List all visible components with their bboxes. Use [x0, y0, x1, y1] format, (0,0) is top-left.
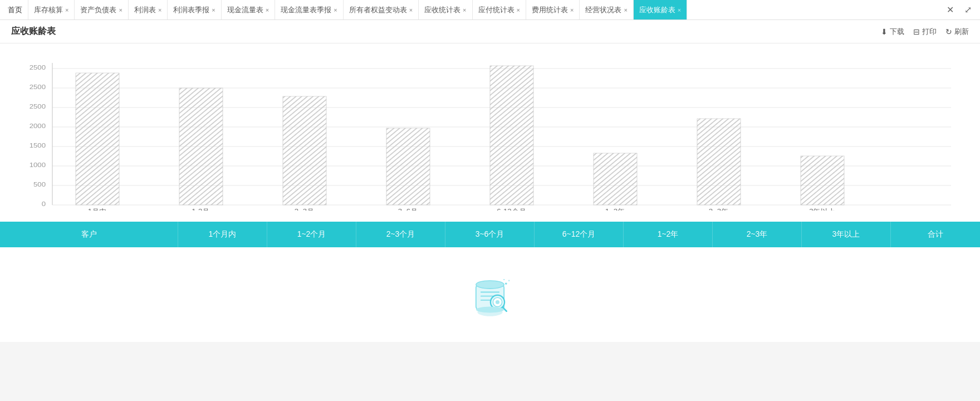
- table-header-cell-1: 1个月内: [178, 222, 267, 247]
- tab-label-cashflow: 现金流量表: [227, 5, 263, 15]
- tab-close-receivable-stat[interactable]: ×: [463, 7, 466, 13]
- tab-label-receivable-stat: 应收统计表: [424, 5, 460, 15]
- tab-item-receivable-stat[interactable]: 应收统计表×: [419, 0, 472, 20]
- tab-item-equity[interactable]: 所有者权益变动表×: [344, 0, 419, 20]
- svg-point-49: [503, 279, 504, 280]
- header-actions: ⬇ 下载 ⊟ 打印 ↻ 刷新: [881, 27, 969, 37]
- chart-svg: 0 500 1000 1500 2000 2500 2500 2500: [22, 55, 958, 211]
- tab-close-operation[interactable]: ×: [624, 7, 627, 13]
- tab-label-operation: 经营状况表: [585, 5, 621, 15]
- svg-text:3年以上: 3年以上: [809, 208, 835, 211]
- table-header-cell-8: 3年以上: [802, 222, 891, 247]
- svg-text:2000: 2000: [30, 123, 46, 130]
- print-label: 打印: [922, 27, 937, 37]
- maximize-button[interactable]: ⤢: [960, 2, 976, 18]
- tab-close-cashflow[interactable]: ×: [266, 7, 269, 13]
- tab-label-equity: 所有者权益变动表: [349, 5, 407, 15]
- table-header-cell-6: 1~2年: [624, 222, 713, 247]
- svg-point-48: [508, 280, 510, 281]
- tab-close-inventory[interactable]: ×: [65, 7, 68, 13]
- tab-item-operation[interactable]: 经营状况表×: [580, 0, 633, 20]
- tab-close-equity[interactable]: ×: [409, 7, 413, 13]
- svg-rect-22: [283, 96, 326, 205]
- tab-label-balance-sheet: 资产负债表: [80, 5, 116, 15]
- tab-close-balance-sheet[interactable]: ×: [119, 7, 122, 13]
- tab-bar-actions: ✕ ⤢: [942, 2, 978, 18]
- print-icon: ⊟: [913, 27, 920, 36]
- svg-text:1-2月: 1-2月: [192, 208, 209, 211]
- tab-label-inventory: 库存核算: [34, 5, 63, 15]
- tab-item-balance-sheet[interactable]: 资产负债表×: [75, 0, 128, 20]
- svg-rect-30: [697, 119, 741, 205]
- table-header-cell-4: 3~6个月: [445, 222, 535, 247]
- svg-rect-24: [386, 128, 430, 205]
- tab-label-ar-aging: 应收账龄表: [639, 5, 675, 15]
- tab-close-profit[interactable]: ×: [158, 7, 161, 13]
- svg-text:2500: 2500: [30, 103, 46, 110]
- tab-label-cashflow-quarterly: 现金流量表季报: [281, 5, 331, 15]
- svg-point-47: [505, 282, 507, 285]
- svg-text:6-12个月: 6-12个月: [497, 208, 526, 211]
- download-icon: ⬇: [881, 27, 888, 36]
- empty-state-icon: [465, 270, 515, 320]
- tab-label-home: 首页: [8, 5, 22, 15]
- tab-close-cashflow-quarterly[interactable]: ×: [334, 7, 337, 13]
- refresh-button[interactable]: ↻ 刷新: [945, 27, 969, 37]
- tab-item-inventory[interactable]: 库存核算×: [28, 0, 75, 20]
- table-header-cell-2: 1~2个月: [267, 222, 356, 247]
- table-header-cell-0: 客户: [0, 222, 178, 247]
- main-content: 0 500 1000 1500 2000 2500 2500 2500: [0, 43, 980, 342]
- page-header: 应收账龄表 ⬇ 下载 ⊟ 打印 ↻ 刷新: [0, 20, 980, 43]
- svg-text:2~3月: 2~3月: [295, 208, 314, 211]
- tab-item-home[interactable]: 首页: [2, 0, 28, 20]
- tab-close-expense-stat[interactable]: ×: [570, 7, 574, 13]
- tab-bar: 首页库存核算×资产负债表×利润表×利润表季报×现金流量表×现金流量表季报×所有者…: [0, 0, 980, 20]
- minimize-button[interactable]: ✕: [942, 2, 958, 18]
- tab-item-cashflow-quarterly[interactable]: 现金流量表季报×: [275, 0, 343, 20]
- tab-scroll: 首页库存核算×资产负债表×利润表×利润表季报×现金流量表×现金流量表季报×所有者…: [2, 0, 942, 20]
- table-header: 客户1个月内1~2个月2~3个月3~6个月6~12个月1~2年2~3年3年以上合…: [0, 222, 980, 247]
- tab-item-profit-quarterly[interactable]: 利润表季报×: [168, 0, 221, 20]
- svg-point-46: [476, 307, 504, 313]
- svg-text:2~3年: 2~3年: [709, 208, 728, 211]
- svg-text:2500: 2500: [30, 64, 46, 71]
- tab-item-ar-aging[interactable]: 应收账龄表×: [634, 0, 687, 20]
- svg-text:1~2年: 1~2年: [605, 208, 625, 211]
- page-title: 应收账龄表: [11, 26, 56, 37]
- svg-rect-28: [594, 153, 637, 205]
- svg-rect-20: [179, 88, 223, 205]
- tab-label-profit-quarterly: 利润表季报: [173, 5, 209, 15]
- download-label: 下载: [890, 27, 904, 37]
- svg-text:2500: 2500: [30, 84, 46, 91]
- print-button[interactable]: ⊟ 打印: [913, 27, 937, 37]
- tab-label-expense-stat: 费用统计表: [532, 5, 568, 15]
- tab-close-profit-quarterly[interactable]: ×: [212, 7, 215, 13]
- svg-rect-32: [801, 156, 844, 205]
- svg-rect-26: [490, 66, 533, 205]
- refresh-label: 刷新: [954, 27, 969, 37]
- chart-container: 0 500 1000 1500 2000 2500 2500 2500: [0, 43, 980, 222]
- tab-label-profit: 利润表: [134, 5, 156, 15]
- svg-text:3~6月: 3~6月: [398, 208, 418, 211]
- svg-text:0: 0: [42, 200, 46, 208]
- tab-label-payable-stat: 应付统计表: [478, 5, 514, 15]
- svg-text:1000: 1000: [30, 162, 46, 169]
- tab-close-ar-aging[interactable]: ×: [678, 7, 681, 13]
- tab-item-payable-stat[interactable]: 应付统计表×: [473, 0, 526, 20]
- table-header-cell-3: 2~3个月: [356, 222, 445, 247]
- tab-item-cashflow[interactable]: 现金流量表×: [222, 0, 275, 20]
- table-header-cell-9: 合计: [891, 222, 980, 247]
- svg-rect-18: [76, 73, 119, 205]
- tab-item-expense-stat[interactable]: 费用统计表×: [526, 0, 580, 20]
- table-header-cell-7: 2~3年: [713, 222, 802, 247]
- tab-close-payable-stat[interactable]: ×: [517, 7, 520, 13]
- svg-point-45: [496, 300, 499, 304]
- table-header-cell-5: 6~12个月: [535, 222, 624, 247]
- svg-text:1500: 1500: [30, 142, 46, 149]
- chart-inner: 0 500 1000 1500 2000 2500 2500 2500: [22, 55, 958, 211]
- empty-state: [0, 247, 980, 342]
- tab-item-profit[interactable]: 利润表×: [129, 0, 168, 20]
- download-button[interactable]: ⬇ 下载: [881, 27, 904, 37]
- refresh-icon: ↻: [945, 27, 952, 36]
- svg-text:500: 500: [33, 181, 46, 188]
